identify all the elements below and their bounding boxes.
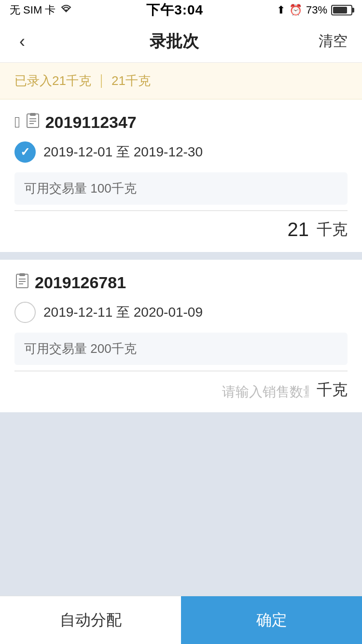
status-left: 无 SIM 卡 xyxy=(10,3,73,17)
quantity-unit-1: 千克 xyxy=(317,219,348,240)
batch-available-2: 可用交易量 200千克 xyxy=(14,333,348,365)
batch-quantity-row-1: 千克 xyxy=(0,211,362,252)
svg-rect-1 xyxy=(30,113,36,116)
batch-radio-2[interactable] xyxy=(14,302,36,323)
batch-date-2: 2019-12-11 至 2020-01-09 xyxy=(43,303,203,322)
empty-area xyxy=(0,412,362,605)
batch-card-1:  2019112347 2019-12-01 至 2019-12-30 可用交… xyxy=(0,99,362,252)
section-divider xyxy=(0,252,362,260)
location-icon: ⬆ xyxy=(277,4,285,16)
quantity-input-1[interactable] xyxy=(222,219,309,240)
no-sim-text: 无 SIM 卡 xyxy=(10,3,56,17)
battery-icon xyxy=(331,5,352,15)
banner-divider xyxy=(101,74,102,88)
status-bar: 无 SIM 卡 下午3:04 ⬆ ⏰ 73% xyxy=(0,0,362,20)
page-title: 录批次 xyxy=(150,30,199,53)
bottom-bar: 自动分配 确定 xyxy=(0,596,362,644)
battery-percent: 73% xyxy=(306,4,327,16)
batch-quantity-row-2: 千克 xyxy=(0,371,362,412)
quantity-unit-2: 千克 xyxy=(317,379,348,401)
batch-icon-1:  xyxy=(14,113,20,131)
alarm-icon: ⏰ xyxy=(289,4,302,16)
confirm-button[interactable]: 确定 xyxy=(181,596,362,644)
batch-date-1: 2019-12-01 至 2019-12-30 xyxy=(43,143,203,161)
batch-available-1: 可用交易量 100千克 xyxy=(14,172,348,205)
nav-bar: ‹ 录批次 清空 xyxy=(0,20,362,63)
status-time: 下午3:04 xyxy=(146,1,203,19)
batch-card-2: 2019126781 2019-12-11 至 2020-01-09 可用交易量… xyxy=(0,260,362,412)
batch-icon-glyph-2 xyxy=(14,273,30,292)
batch-date-row-2: 2019-12-11 至 2020-01-09 xyxy=(0,297,362,328)
svg-rect-6 xyxy=(19,273,25,276)
batch-radio-1[interactable] xyxy=(14,141,36,163)
batch-number-1: 2019112347 xyxy=(45,113,137,132)
batch-date-row-1: 2019-12-01 至 2019-12-30 xyxy=(0,137,362,168)
quantity-input-2[interactable] xyxy=(222,379,309,401)
batch-header-1:  2019112347 xyxy=(0,99,362,137)
status-right: ⬆ ⏰ 73% xyxy=(277,4,352,16)
batch-header-2: 2019126781 xyxy=(0,260,362,297)
batch-icon-glyph xyxy=(25,113,41,132)
info-banner: 已录入21千克 21千克 xyxy=(0,63,362,99)
clear-button[interactable]: 清空 xyxy=(319,31,348,51)
recorded-amount: 已录入21千克 xyxy=(14,72,91,89)
back-button[interactable]: ‹ xyxy=(14,27,30,56)
batch-number-2: 2019126781 xyxy=(35,273,126,292)
auto-distribute-button[interactable]: 自动分配 xyxy=(0,596,181,644)
wifi-icon xyxy=(59,4,73,16)
total-amount: 21千克 xyxy=(111,72,151,89)
